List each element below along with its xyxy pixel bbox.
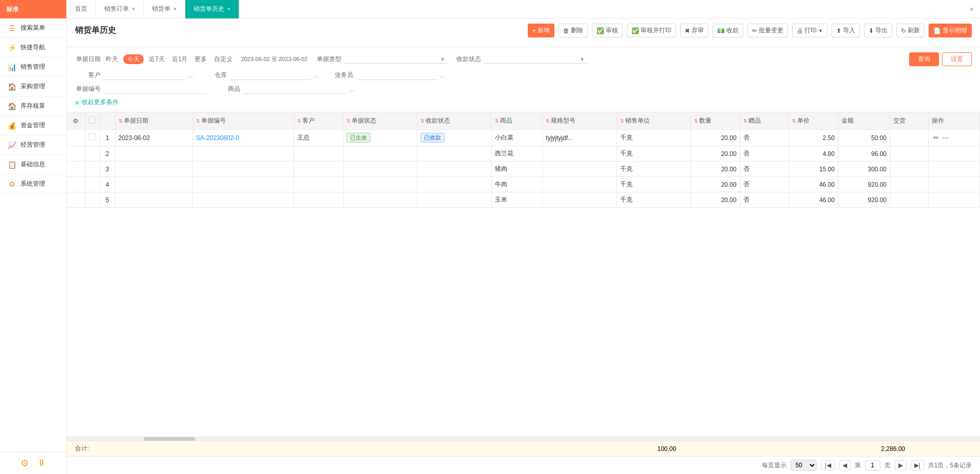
- action-more-icon[interactable]: ⋯: [940, 134, 950, 142]
- goods-more-icon[interactable]: ...: [349, 86, 354, 93]
- page-label-post: 页: [885, 461, 891, 470]
- footer-total-amount: 2,286.00: [881, 445, 972, 452]
- sidebar-item-label: 库存核算: [21, 102, 45, 110]
- page-header: 销货单历史 + 新增 🗑 删除 ✅ 审核 ✅: [67, 18, 980, 47]
- sort-goods-icon: ⇅: [495, 118, 499, 124]
- print-button[interactable]: 🖨 打印 ▼: [792, 24, 828, 37]
- sidebar: 标准 ☰ 搜索菜单 ⚡ 快捷导航 📊 销售管理 🏠 采购管理 🏠 库存核算 💰 …: [0, 0, 67, 474]
- warehouse-input[interactable]: [230, 70, 311, 80]
- th-doc-status[interactable]: ⇅单据状态: [343, 112, 417, 130]
- collapse-filter-button[interactable]: ∧ 收起更多条件: [75, 98, 972, 107]
- tab-close-sales-delivery[interactable]: ×: [174, 6, 177, 12]
- th-collect-status[interactable]: ⇅收款状态: [417, 112, 491, 130]
- th-spec[interactable]: ⇅规格型号: [543, 112, 617, 130]
- staff-more-icon[interactable]: ...: [440, 72, 446, 79]
- tab-close-sales-history[interactable]: ×: [227, 6, 230, 12]
- doc-no-input[interactable]: [104, 84, 206, 94]
- add-button[interactable]: + 新增: [528, 24, 554, 37]
- th-date[interactable]: ⇅单据日期: [115, 112, 193, 130]
- page-prev-button[interactable]: ◀: [839, 460, 851, 470]
- sidebar-item-sys-mgmt[interactable]: ⚙ 系统管理: [0, 174, 66, 194]
- select-all-checkbox[interactable]: [89, 116, 96, 124]
- per-page-select[interactable]: 50 100 200: [791, 460, 817, 471]
- sidebar-item-operations[interactable]: 📈 经营管理: [0, 135, 66, 155]
- action-edit-icon[interactable]: ✏: [932, 134, 940, 142]
- sidebar-item-sales-mgmt[interactable]: 📊 销售管理: [0, 57, 66, 77]
- th-unit[interactable]: ⇅销售单位: [617, 112, 690, 130]
- td-price: 2.50: [789, 130, 838, 146]
- th-doc-no[interactable]: ⇅单据编号: [193, 112, 294, 130]
- tab-sales-delivery[interactable]: 销货单 ×: [144, 0, 185, 18]
- td-action: [929, 146, 980, 162]
- table-row: 1 2023-06-02 SA-20230602-0 王总 已生效 已收款 小白…: [67, 130, 980, 146]
- table-settings-icon[interactable]: ⚙: [73, 117, 79, 125]
- date-shortcut-today[interactable]: 今天: [123, 54, 144, 64]
- th-settings[interactable]: ⚙: [67, 112, 85, 130]
- td-doc-no: SA-20230602-0: [193, 130, 294, 146]
- th-goods[interactable]: ⇅商品: [491, 112, 543, 130]
- page-last-button[interactable]: ▶|: [911, 460, 924, 470]
- doc-no-label: 单据编号: [75, 85, 101, 93]
- date-shortcut-1month[interactable]: 近1月: [170, 54, 190, 64]
- batch-change-button[interactable]: ✏ 批量变更: [747, 24, 788, 37]
- td-goods: 西兰花: [491, 146, 543, 162]
- collect-status-select[interactable]: ▼: [484, 55, 587, 64]
- goods-input[interactable]: [243, 84, 346, 94]
- refresh-button[interactable]: ↻ 刷新: [896, 24, 925, 37]
- th-gift[interactable]: ⇅赠品: [740, 112, 789, 130]
- tab-home[interactable]: 首页: [67, 0, 96, 18]
- show-detail-button[interactable]: 📄 显示明细: [929, 24, 972, 37]
- pause-icon[interactable]: ⏸: [37, 458, 46, 469]
- filter-date: 单据日期 昨天 今天 近7天 近1月 更多 自定义 2023-06-02 至 2…: [75, 54, 308, 64]
- collect-button[interactable]: 💵 收款: [713, 24, 743, 37]
- horizontal-scrollbar[interactable]: [67, 437, 980, 441]
- th-qty[interactable]: ⇅数量: [691, 112, 740, 130]
- filter-goods: 商品 ...: [215, 84, 354, 94]
- warehouse-more-icon[interactable]: ...: [314, 72, 319, 79]
- sidebar-item-search-menu[interactable]: ☰ 搜索菜单: [0, 18, 66, 38]
- footer-label: 合计:: [75, 444, 89, 453]
- date-shortcut-yesterday[interactable]: 昨天: [104, 54, 120, 64]
- td-spec: [543, 162, 617, 177]
- settings-button[interactable]: 设置: [942, 52, 972, 66]
- row-checkbox[interactable]: [89, 133, 96, 141]
- sidebar-item-basic-info[interactable]: 📋 基础信息: [0, 155, 66, 174]
- page-next-button[interactable]: ▶: [895, 460, 907, 470]
- sidebar-item-inventory[interactable]: 🏠 库存核算: [0, 96, 66, 116]
- sort-customer-icon: ⇅: [297, 118, 301, 124]
- sidebar-item-purchase-mgmt[interactable]: 🏠 采购管理: [0, 77, 66, 96]
- sidebar-item-finance[interactable]: 💰 资金管理: [0, 116, 66, 135]
- tab-sales-history[interactable]: 销货单历史 ×: [185, 0, 239, 18]
- sidebar-item-quick-nav[interactable]: ⚡ 快捷导航: [0, 38, 66, 57]
- td-row-num: 4: [100, 177, 115, 192]
- th-price[interactable]: ⇅单价: [789, 112, 838, 130]
- delete-button[interactable]: 🗑 删除: [559, 24, 588, 37]
- customer-more-icon[interactable]: ...: [188, 72, 193, 79]
- td-price: 15.00: [789, 162, 838, 177]
- page-number-input[interactable]: [865, 460, 880, 470]
- tab-sales-order[interactable]: 销售订单 ×: [96, 0, 144, 18]
- audit-button[interactable]: ✅ 审核: [592, 24, 623, 37]
- page-first-button[interactable]: |◀: [821, 460, 834, 470]
- tab-bar-close[interactable]: ×: [970, 5, 980, 13]
- date-shortcut-7days[interactable]: 近7天: [147, 54, 167, 64]
- td-row-num: 1: [100, 130, 115, 146]
- audit-print-button[interactable]: ✅ 审核并打印: [627, 24, 676, 37]
- import-button[interactable]: ⬆ 导入: [832, 24, 860, 37]
- abandon-button[interactable]: ✖ 弃审: [680, 24, 708, 37]
- tab-close-sales-order[interactable]: ×: [132, 6, 135, 12]
- doc-type-select[interactable]: ▼: [344, 55, 447, 64]
- date-shortcut-custom[interactable]: 自定义: [212, 54, 235, 64]
- customer-input[interactable]: [104, 70, 185, 80]
- scrollbar-thumb[interactable]: [144, 437, 195, 441]
- doc-no-link[interactable]: SA-20230602-0: [196, 134, 239, 142]
- td-customer: [294, 146, 343, 162]
- export-button[interactable]: ⬇ 导出: [864, 24, 892, 37]
- date-shortcut-more[interactable]: 更多: [193, 54, 209, 64]
- query-button[interactable]: 查询: [909, 52, 939, 66]
- td-doc-status: [343, 146, 417, 162]
- staff-input[interactable]: [356, 70, 437, 80]
- th-customer[interactable]: ⇅客户: [294, 112, 343, 130]
- settings-bottom-icon[interactable]: ⚙: [21, 458, 29, 469]
- total-records-label: 共1页，5条记录: [928, 461, 972, 470]
